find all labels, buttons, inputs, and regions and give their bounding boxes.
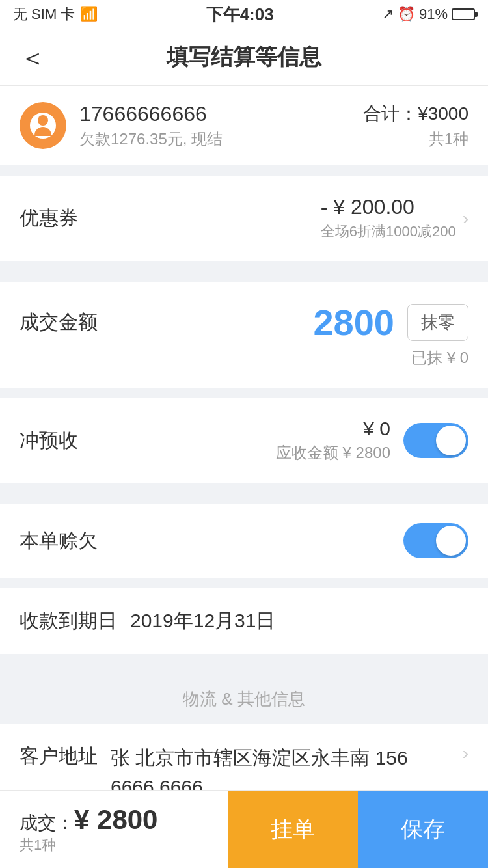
status-bar: 无 SIM 卡 📶 下午4:03 ↗ ⏰ 91% [0, 0, 488, 29]
total-count: 共1种 [363, 129, 468, 150]
back-button[interactable]: ＜ [20, 44, 46, 70]
carrier-label: 无 SIM 卡 [13, 5, 75, 24]
wifi-icon: 📶 [80, 6, 98, 23]
total-amount: ¥3000 [418, 103, 468, 124]
address-chevron-icon: › [463, 743, 468, 764]
save-button[interactable]: 保存 [358, 791, 488, 869]
credit-toggle[interactable] [403, 523, 468, 558]
coupon-row[interactable]: 优惠券 - ¥ 200.00 全场6折满1000减200 › [0, 176, 488, 261]
credit-toggle-knob [436, 526, 466, 556]
coupon-chevron-icon: › [463, 208, 468, 229]
prepay-receivable: 应收金额 ¥ 2800 [276, 442, 390, 463]
page-title: 填写结算等信息 [167, 42, 321, 72]
location-icon: ↗ [382, 6, 394, 23]
prepay-section: 冲预收 ¥ 0 应收金额 ¥ 2800 [0, 398, 488, 483]
prepay-value-col: ¥ 0 应收金额 ¥ 2800 [276, 418, 390, 463]
credit-section: 本单赊欠 [0, 504, 488, 578]
section-divider-3 [0, 664, 488, 675]
customer-info: 17666666666 欠款1276.35元, 现结 [79, 102, 223, 150]
battery-pct: 91% [419, 6, 448, 23]
alarm-icon: ⏰ [398, 6, 415, 23]
bottom-deal-line: 成交：¥ 2800 [20, 804, 208, 835]
prepay-amount: ¥ 0 [276, 418, 390, 440]
prepay-label: 冲预收 [20, 427, 78, 454]
toggle-knob [436, 426, 466, 455]
prepay-right: ¥ 0 应收金额 ¥ 2800 [276, 418, 468, 463]
divider-line-right [338, 699, 468, 699]
bottom-deal-label: 成交： [20, 813, 74, 833]
page-content: 17666666666 欠款1276.35元, 现结 合计：¥3000 共1种 … [0, 86, 488, 868]
customer-left: 17666666666 欠款1276.35元, 现结 [20, 102, 223, 150]
deal-label: 成交金额 [20, 309, 98, 336]
credit-label: 本单赊欠 [20, 528, 98, 554]
total-line: 合计：¥3000 [363, 102, 468, 126]
total-label: 合计： [363, 103, 418, 124]
coupon-section: 优惠券 - ¥ 200.00 全场6折满1000减200 › [0, 176, 488, 261]
hang-button[interactable]: 挂单 [228, 791, 358, 869]
hang-button-label: 挂单 [271, 815, 315, 845]
bottom-count: 共1种 [20, 835, 208, 855]
duedate-label: 收款到期日 [20, 608, 117, 634]
deal-amount-section: 成交金额 2800 抹零 已抹 ¥ 0 [0, 282, 488, 388]
customer-debt: 欠款1276.35元, 现结 [79, 129, 223, 150]
address-label: 客户地址 [20, 743, 98, 770]
deal-row: 成交金额 2800 抹零 [20, 301, 468, 344]
customer-card: 17666666666 欠款1276.35元, 现结 合计：¥3000 共1种 [0, 86, 488, 165]
bottom-deal-amount: ¥ 2800 [74, 804, 157, 835]
divider-line-left [20, 699, 150, 699]
logistics-divider: 物流 & 其他信息 [0, 675, 488, 724]
prepay-toggle[interactable] [403, 423, 468, 458]
bottom-summary: 成交：¥ 2800 共1种 [0, 804, 228, 855]
logistics-label: 物流 & 其他信息 [183, 688, 305, 711]
coupon-right: - ¥ 200.00 全场6折满1000减200 › [321, 195, 468, 241]
battery-icon [452, 8, 475, 20]
section-divider-1 [0, 271, 488, 282]
deal-right: 2800 抹零 [313, 301, 468, 344]
save-button-label: 保存 [401, 815, 445, 845]
coupon-amount: - ¥ 200.00 [321, 195, 456, 219]
duedate-section: 收款到期日 2019年12月31日 [0, 588, 488, 654]
status-right: ↗ ⏰ 91% [382, 6, 475, 23]
erased-info: 已抹 ¥ 0 [20, 347, 468, 368]
prepay-row: 冲预收 ¥ 0 应收金额 ¥ 2800 [20, 418, 468, 463]
status-left: 无 SIM 卡 📶 [13, 5, 98, 24]
nav-bar: ＜ 填写结算等信息 [0, 29, 488, 86]
deal-amount-value: 2800 [313, 301, 394, 344]
bottom-bar: 成交：¥ 2800 共1种 挂单 保存 [0, 790, 488, 868]
avatar-icon [30, 113, 56, 139]
coupon-value-col: - ¥ 200.00 全场6折满1000减200 [321, 195, 456, 241]
duedate-value: 2019年12月31日 [130, 608, 275, 634]
coupon-label: 优惠券 [20, 205, 78, 232]
coupon-detail: 全场6折满1000减200 [321, 222, 456, 241]
status-time: 下午4:03 [206, 3, 274, 26]
section-divider-2 [0, 493, 488, 504]
customer-phone: 17666666666 [79, 102, 223, 126]
customer-right: 合计：¥3000 共1种 [363, 102, 468, 150]
avatar [20, 102, 66, 149]
erase-button[interactable]: 抹零 [407, 304, 468, 341]
